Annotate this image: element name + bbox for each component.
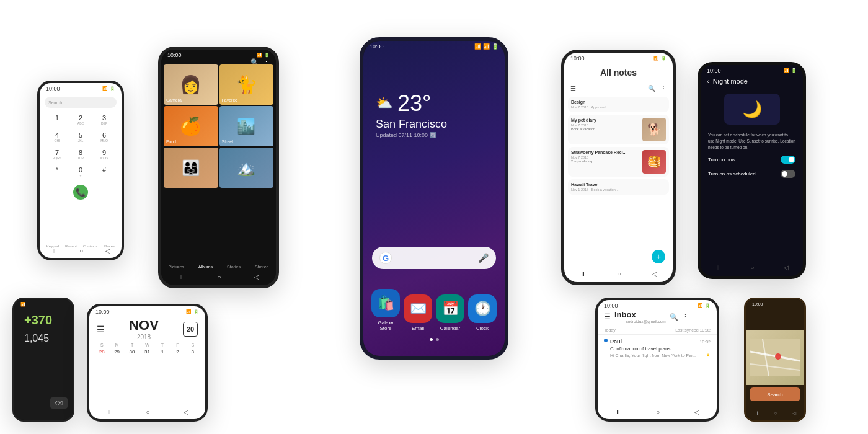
toggle-knob-2 [782,171,787,177]
small-right-search-button[interactable]: Search [750,388,800,401]
nav-back: ⏸ [178,273,184,280]
email-icon[interactable]: ✉️ [404,294,432,323]
cal-status-bar: 10:00 📶 🔋 [89,306,205,317]
cal-date-29[interactable]: 29 [109,348,124,355]
key-4[interactable]: 4GHI [46,129,68,145]
night-screen: 10:00 📶 🔋 ‹ Night mode 🌙 You can set a s… [701,65,803,276]
add-note-button[interactable]: + [652,250,665,264]
note-pet-diary[interactable]: My pet diary Nov 7 2018 Book a vacation.… [568,115,669,144]
night-back-icon[interactable]: ‹ [707,78,709,85]
nav-back: ⏸ [580,270,586,277]
cal-year: 2018 [129,334,159,340]
inbox-search-icon[interactable]: 🔍 [670,313,678,321]
night-nav-bar: ⏸ ○ ◁ [701,264,803,271]
calendar-label: Calendar [440,326,460,331]
clock-icon[interactable]: 🕐 [468,294,497,323]
night-toggle-scheduled-switch[interactable] [781,170,795,178]
note-pet-text: Book a vacation... [571,127,598,132]
key-8[interactable]: 8TUV [69,146,92,162]
nav-home: ○ [617,270,621,277]
notes-more-icon[interactable]: ⋮ [660,85,666,92]
notes-menu-icon[interactable]: ☰ [570,85,576,92]
cal-day-badge: 20 [183,322,198,337]
inbox-msg-header: Paul 10:32 [610,339,711,345]
cal-menu-icon[interactable]: ☰ [97,324,105,334]
night-title: Night mode [713,78,748,85]
inbox-more-icon[interactable]: ⋮ [682,313,689,321]
key-3[interactable]: 3DEF [93,112,115,128]
night-toggle-now-switch[interactable] [781,156,795,164]
cal-date-2[interactable]: 2 [170,348,185,355]
phone-calendar: 10:00 📶 🔋 ☰ NOV 2018 20 S M T W T [87,304,208,422]
gallery-label-favorite: Favorite [222,98,237,102]
key-7[interactable]: 7PQRS [46,146,68,162]
nav-back: ⏸ [715,264,721,271]
gallery-cell-mountain[interactable]: 🏔️ [219,148,274,188]
key-1[interactable]: 1 [46,112,68,128]
center-status-icons: 📶 📶 🔋 [474,43,498,50]
app-clock[interactable]: 🕐 Clock [468,294,497,331]
gallery-tab-stories[interactable]: Stories [227,265,241,270]
dialer-status-bar: 10:00 📶 🔋 [40,83,122,94]
google-logo: G [379,252,392,264]
stats-number: +370 [24,313,63,327]
cal-date-31[interactable]: 31 [140,348,154,355]
app-galaxy-store[interactable]: 🛍️ GalaxyStore [371,289,400,331]
note-pancake-text: 2 cups all-purp... [571,159,627,164]
inbox-message[interactable]: Paul 10:32 Confirmation of travel plans … [598,335,717,362]
note-design[interactable]: Design Nov 7 2018 · Apps and... [568,97,669,112]
clock-label: Clock [476,326,489,331]
dialer-keypad: 1 2ABC 3DEF 4GHI 5JKL 6MNO 7PQRS 8TUV 9W… [46,112,115,180]
dialer-nav-bar: ⏸ ○ ◁ [40,247,122,254]
cal-day-t1: T [125,343,140,347]
center-time: 10:00 [370,43,384,50]
cal-date-3[interactable]: 3 [185,348,200,355]
cal-day-t2: T [155,343,170,347]
gallery-cell-street[interactable]: 🏙️ Street [219,106,274,146]
cal-date-30[interactable]: 30 [125,348,140,355]
cal-day-s2: S [185,343,200,347]
note-hawaii-meta: Nov 1 2018 · Book a vacation... [571,188,666,192]
gallery-cell-food[interactable]: 🍊 Food [164,106,218,146]
inbox-subject: Confirmation of travel plans [610,346,711,352]
app-calendar[interactable]: 📅 Calendar [436,294,464,331]
note-pancake-title: Strawberry Pancake Reci... [571,150,627,154]
nav-recents: ◁ [784,264,789,271]
cal-date-1[interactable]: 1 [155,348,170,355]
notes-search-icon[interactable]: 🔍 [648,85,655,92]
center-screen: 10:00 📶 📶 🔋 ⛅ 23° San Francisco Updated … [363,41,505,356]
nav-recents: ◁ [792,410,796,416]
note-pancake[interactable]: Strawberry Pancake Reci... Nov 7 2018 2 … [568,147,669,177]
inbox-menu-icon[interactable]: ☰ [604,312,611,321]
dialer-search-bar[interactable]: Search [45,97,117,108]
gallery-tab-pictures[interactable]: Pictures [168,265,184,270]
key-9[interactable]: 9WXYZ [93,146,115,162]
nav-home: ○ [217,273,221,280]
backspace-button[interactable]: ⌫ [50,397,68,409]
stats-content: +370 1,045 [19,308,68,344]
nav-home: ○ [656,409,660,415]
key-6[interactable]: 6MNO [93,129,115,145]
cal-date-28[interactable]: 28 [94,348,109,355]
gallery-cell-camera[interactable]: 👩 Camera [164,64,218,105]
note-hawaii[interactable]: Hawaii Travel Nov 1 2018 · Book a vacati… [568,179,669,195]
note-hawaii-title: Hawaii Travel [571,182,666,187]
key-star[interactable]: * [46,164,68,180]
key-2[interactable]: 2ABC [69,112,92,128]
call-button[interactable]: 📞 [73,185,88,200]
gallery-tab-albums[interactable]: Albums [198,265,213,270]
dialer-status-icons: 📶 🔋 [102,86,115,91]
stats-status-bar: 📶 [14,299,73,309]
google-search-bar[interactable]: G 🎤 [372,247,496,269]
gallery-tab-shared[interactable]: Shared [255,265,269,270]
key-5[interactable]: 5JKL [69,129,92,145]
app-dock: 🛍️ GalaxyStore ✉️ Email 📅 Calendar 🕐 Clo… [370,289,498,331]
key-0[interactable]: 0+ [69,164,92,180]
gallery-cell-pictures[interactable]: 👨‍👩‍👧 [164,148,218,188]
gallery-cell-favorite[interactable]: 🐈 Favorite [219,64,274,105]
mic-icon[interactable]: 🎤 [478,253,489,263]
key-hash[interactable]: # [93,164,115,180]
galaxy-store-icon[interactable]: 🛍️ [371,289,400,317]
calendar-icon[interactable]: 📅 [436,294,464,323]
app-email[interactable]: ✉️ Email [404,294,432,331]
